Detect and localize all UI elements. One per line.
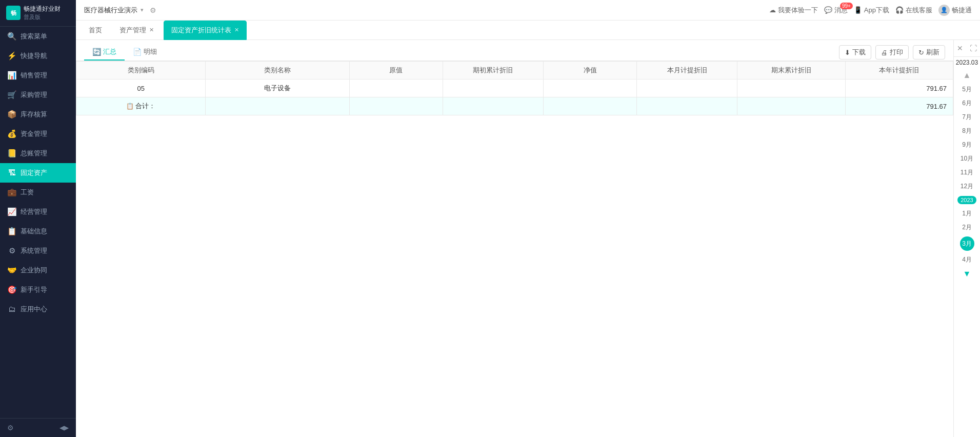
sidebar-item-appcenter[interactable]: 🗂 应用中心 bbox=[0, 300, 76, 319]
total-label-cell: 📋 合计： bbox=[76, 97, 206, 115]
ledger-icon: 📒 bbox=[7, 149, 16, 158]
sidebar-logo: 畅 畅捷通好业财 普及版 bbox=[0, 0, 76, 27]
month-up-button[interactable]: ▲ bbox=[954, 68, 980, 83]
expand-icon[interactable]: ⛶ bbox=[970, 44, 977, 52]
table-container: 类别编码 类别名称 原值 期初累计折旧 净值 本月计提折旧 期末累计折旧 本年计… bbox=[76, 61, 953, 437]
sidebar-item-fixed-assets[interactable]: 🏗 固定资产 bbox=[0, 163, 76, 183]
sidebar-item-search[interactable]: 🔍 搜索菜单 bbox=[0, 27, 76, 46]
month-2[interactable]: 2月 bbox=[954, 221, 980, 234]
clipboard-icon: 📋 bbox=[7, 227, 16, 236]
sidebar-item-operations[interactable]: 📈 经营管理 bbox=[0, 202, 76, 222]
sidebar-item-purchase[interactable]: 🛒 采购管理 bbox=[0, 85, 76, 105]
total-month-depr bbox=[637, 97, 737, 115]
month-5[interactable]: 5月 bbox=[954, 83, 980, 96]
headset-icon: 🎧 bbox=[895, 6, 904, 14]
month-11[interactable]: 11月 bbox=[954, 166, 980, 180]
total-original bbox=[349, 97, 443, 115]
cart-icon: 🛒 bbox=[7, 90, 16, 100]
summary-icon: 🔄 bbox=[92, 48, 101, 56]
tab-depreciation[interactable]: 固定资产折旧统计表 ✕ bbox=[164, 21, 247, 40]
sidebar: 畅 畅捷通好业财 普及版 🔍 搜索菜单 ⚡ 快捷导航 📊 销售管理 🛒 采购管理… bbox=[0, 0, 76, 437]
table-row: 05 电子设备 791.67 bbox=[76, 80, 953, 97]
settings-icon[interactable]: ⚙ bbox=[7, 424, 14, 432]
sidebar-item-label: 资金管理 bbox=[21, 129, 47, 138]
sidebar-item-salary[interactable]: 💼 工资 bbox=[0, 183, 76, 202]
close-icon[interactable]: ✕ bbox=[957, 44, 963, 52]
table-header-row: 类别编码 类别名称 原值 期初累计折旧 净值 本月计提折旧 期末累计折旧 本年计… bbox=[76, 62, 953, 80]
print-label: 打印 bbox=[890, 48, 903, 57]
sidebar-item-quicknav[interactable]: ⚡ 快捷导航 bbox=[0, 46, 76, 66]
sidebar-item-sales[interactable]: 📊 销售管理 bbox=[0, 66, 76, 85]
sidebar-item-label: 固定资产 bbox=[21, 168, 47, 177]
phone-icon: 📱 bbox=[854, 6, 862, 14]
sidebar-item-guide[interactable]: 🎯 新手引导 bbox=[0, 280, 76, 300]
month-7[interactable]: 7月 bbox=[954, 110, 980, 124]
month-9[interactable]: 9月 bbox=[954, 138, 980, 152]
download-button[interactable]: ⬇ 下载 bbox=[839, 45, 871, 59]
logo-title: 畅捷通好业财 bbox=[24, 5, 61, 13]
total-cat-name bbox=[206, 97, 349, 115]
search-icon: 🔍 bbox=[7, 32, 16, 41]
print-button[interactable]: 🖨 打印 bbox=[875, 45, 909, 59]
experience-button[interactable]: ☁ 我要体验一下 bbox=[769, 6, 818, 15]
month-3-container: 3月 bbox=[954, 235, 980, 252]
subtab-summary[interactable]: 🔄 汇总 bbox=[84, 44, 125, 61]
sidebar-item-system[interactable]: ⚙ 系统管理 bbox=[0, 241, 76, 261]
logo-text: 畅捷通好业财 普及版 bbox=[24, 5, 61, 21]
subtab-detail[interactable]: 📄 明细 bbox=[125, 44, 165, 61]
cell-month-depr bbox=[637, 80, 737, 97]
online-service-label: 在线客服 bbox=[906, 6, 932, 15]
month-8[interactable]: 8月 bbox=[954, 124, 980, 138]
total-period-end-cum-depr bbox=[737, 97, 845, 115]
month-4[interactable]: 4月 bbox=[954, 253, 980, 267]
total-icon: 📋 bbox=[126, 103, 134, 110]
sidebar-item-label: 工资 bbox=[21, 188, 34, 197]
toolbar: ⬇ 下载 🖨 打印 ↻ 刷新 bbox=[839, 45, 945, 59]
user-menu[interactable]: 👤 畅捷通 bbox=[938, 5, 972, 16]
sidebar-item-collab[interactable]: 🤝 企业协同 bbox=[0, 261, 76, 280]
tab-home-label: 首页 bbox=[89, 26, 102, 35]
online-service-button[interactable]: 🎧 在线客服 bbox=[895, 6, 932, 15]
col-header-original: 原值 bbox=[349, 62, 443, 80]
subtab-bar: 🔄 汇总 📄 明细 ⬇ 下载 🖨 打印 bbox=[76, 40, 953, 61]
logo-icon: 畅 bbox=[6, 6, 21, 20]
month-10[interactable]: 10月 bbox=[954, 152, 980, 166]
sidebar-item-ledger[interactable]: 📒 总账管理 bbox=[0, 144, 76, 163]
close-icon[interactable]: ✕ bbox=[149, 27, 154, 33]
download-label: 下载 bbox=[852, 48, 866, 57]
avatar: 👤 bbox=[938, 5, 950, 16]
month-6[interactable]: 6月 bbox=[954, 96, 980, 110]
refresh-icon: ↻ bbox=[918, 49, 924, 56]
total-period-cum-depr bbox=[443, 97, 543, 115]
app-download-button[interactable]: 📱 App下载 bbox=[854, 6, 889, 15]
sidebar-item-fund[interactable]: 💰 资金管理 bbox=[0, 124, 76, 144]
sidebar-item-label: 总账管理 bbox=[21, 149, 47, 158]
refresh-button[interactable]: ↻ 刷新 bbox=[913, 45, 945, 59]
sidebar-item-label: 新手引导 bbox=[21, 285, 47, 294]
apps-icon: 🗂 bbox=[7, 305, 16, 313]
money-icon: 💰 bbox=[7, 129, 16, 138]
tab-home[interactable]: 首页 bbox=[81, 21, 110, 40]
month-1[interactable]: 1月 bbox=[954, 207, 980, 221]
chart-icon: 📊 bbox=[7, 71, 16, 80]
month-12[interactable]: 12月 bbox=[954, 180, 980, 193]
flash-icon: ⚡ bbox=[7, 51, 16, 61]
sidebar-item-label: 应用中心 bbox=[21, 305, 47, 314]
sidebar-item-basic[interactable]: 📋 基础信息 bbox=[0, 222, 76, 241]
right-panel-header: ✕ ⛶ bbox=[954, 40, 980, 57]
tab-asset-mgmt[interactable]: 资产管理 ✕ bbox=[112, 21, 162, 40]
sidebar-item-label: 库存核算 bbox=[21, 110, 47, 119]
sidebar-item-inventory[interactable]: 📦 库存核算 bbox=[0, 105, 76, 124]
cloud-icon: ☁ bbox=[769, 6, 776, 14]
collapse-icon[interactable]: ◀▶ bbox=[59, 424, 69, 431]
company-selector[interactable]: 医疗器械行业演示 ▾ bbox=[84, 6, 144, 15]
detail-icon: 📄 bbox=[133, 48, 142, 56]
total-net-value bbox=[544, 97, 637, 115]
close-icon[interactable]: ✕ bbox=[234, 27, 239, 33]
sidebar-nav: 🔍 搜索菜单 ⚡ 快捷导航 📊 销售管理 🛒 采购管理 📦 库存核算 💰 资金管… bbox=[0, 27, 76, 418]
settings-icon[interactable]: ⚙ bbox=[150, 6, 156, 14]
message-button[interactable]: 💬 消息 99+ bbox=[824, 6, 848, 15]
month-3[interactable]: 3月 bbox=[960, 236, 974, 251]
cell-period-end-cum-depr bbox=[737, 80, 845, 97]
month-down-button[interactable]: ▼ bbox=[954, 267, 980, 281]
